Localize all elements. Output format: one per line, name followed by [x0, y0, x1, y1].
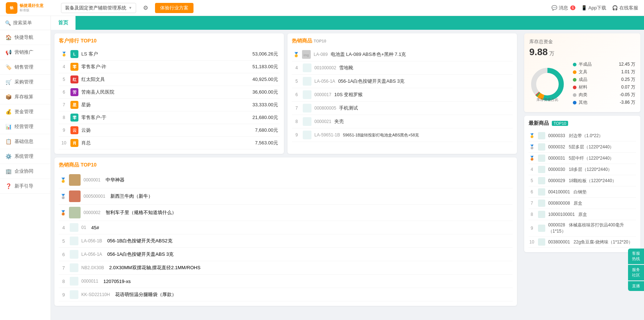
product-row: 9 KK-SD22110H 花语萌恒温分腿睡袋（厚款）	[59, 288, 513, 301]
product-thumb	[70, 277, 78, 286]
legend-dot	[573, 93, 576, 97]
product-image-thumb	[69, 174, 81, 186]
legend-dot	[573, 70, 576, 74]
product-code: KK-SD22110H	[81, 292, 110, 297]
sidebar-item-enterprise[interactable]: 🏢 企业协同	[0, 164, 50, 179]
hot-products-card: 热销商品 TOP10 🥇 0000001 中华神器 🥈	[54, 157, 517, 306]
message-button[interactable]: 💬 消息 6	[551, 5, 575, 11]
ranking-row: 4 零 零售客户-许 51,183.00元	[59, 61, 280, 73]
search-menu-button[interactable]: 🔍 搜索菜单	[0, 16, 50, 30]
sidebar-item-label: 基础信息	[15, 138, 33, 145]
sidebar-item-inventory[interactable]: 📦 库存核算	[0, 90, 50, 104]
legend-dot	[573, 63, 576, 66]
product-name: 056-1A白色按键开关盖ABS 3克	[107, 251, 174, 258]
product-name: 中华神器	[106, 177, 125, 183]
new-product-row: 8 10000100001 原盒	[529, 209, 636, 220]
svg-rect-2	[69, 174, 81, 186]
new-product-row: 7 000800008 原盒	[529, 198, 636, 209]
settings-button[interactable]: ⚙	[140, 3, 151, 13]
product-code: LA-056-1A	[314, 79, 335, 84]
float-customer-service-button[interactable]: 客服热线	[628, 249, 644, 264]
new-products-badge: TOP10	[552, 121, 568, 126]
sales-icon: 🏷️	[5, 64, 12, 70]
ranking-row: 9 云 云扬 7,680.00元	[59, 124, 280, 137]
new-product-row: 🥉 0000031 5层中纤（1220*2440）	[529, 153, 636, 164]
customer-ranking-title: 客户排行 TOP10	[59, 38, 280, 44]
sidebar-item-purchase[interactable]: 🛒 采购管理	[0, 75, 50, 90]
rank-num: 4	[60, 225, 67, 230]
hot-sales-title: 热销商品 TOP10	[292, 38, 513, 44]
stock-amount: 9.88	[529, 46, 548, 58]
logo-text-area: 畅捷通好生意 标准版	[20, 3, 44, 13]
trial-button[interactable]: 体验行业方案	[155, 3, 193, 13]
sidebar-item-label: 新手引导	[15, 183, 33, 189]
np-thumb	[538, 132, 545, 139]
sidebar-item-label: 经营管理	[15, 123, 33, 130]
product-code: 001000002	[314, 65, 336, 70]
rank-num: 10	[60, 140, 68, 145]
rank-num: 6	[60, 90, 68, 95]
sidebar-item-label: 企业协同	[15, 168, 33, 175]
customer-name: 云扬	[81, 127, 252, 134]
sidebar-item-system[interactable]: ⚙️ 系统管理	[0, 149, 50, 164]
sidebar-item-quick-nav[interactable]: 🏠 快捷导航	[0, 30, 50, 45]
right-panel: 库存总资金 9.88 万	[521, 30, 644, 320]
new-product-row: 4 0000030 18多层（1220*2440）	[529, 164, 636, 175]
sidebar-item-finance[interactable]: 💰 资金管理	[0, 104, 50, 119]
system-selector[interactable]: 装备及固定资产辅助管理系统 ▼	[61, 3, 136, 13]
float-service-community-button[interactable]: 服务社区	[628, 265, 644, 280]
rank-medal-silver: 🥈	[529, 144, 535, 149]
legend-item: 半成品 12.45 万	[573, 61, 635, 67]
product-image-thumb	[69, 190, 81, 202]
customer-name: 红太阳文具	[81, 76, 249, 83]
product-row: 8 0000021 夹壳	[292, 115, 513, 128]
ranking-row: 5 红 红太阳文具 40,925.00元	[59, 73, 280, 86]
legend-val: -0.05 万	[620, 92, 635, 98]
rank-num: 9	[60, 292, 67, 298]
customer-name: LS 客户	[81, 51, 249, 57]
customer-amount: 53,006.26元	[252, 51, 278, 57]
online-service-button[interactable]: 🎧 在线客服	[612, 5, 638, 11]
logo-sub: 标准版	[20, 8, 44, 13]
sidebar-item-basic[interactable]: 📋 基础信息	[0, 134, 50, 149]
stock-legend: 半成品 12.45 万 文具 1.01 万 成品 0	[573, 61, 635, 107]
new-product-row: 6 004100001 白钢垫	[529, 186, 636, 198]
new-products-title: 最新商品	[529, 120, 549, 127]
message-icon: 💬	[551, 5, 557, 11]
np-info: 10000100001 原盒	[548, 212, 636, 218]
sidebar-item-operation[interactable]: 📊 经营管理	[0, 119, 50, 134]
message-badge: 6	[570, 5, 575, 10]
rank-num: 7	[60, 102, 68, 107]
app-download-button[interactable]: 📱 App下载	[581, 5, 606, 11]
hot-products-title: 热销商品 TOP10	[59, 162, 513, 168]
legend-item: 文具 1.01 万	[573, 69, 635, 75]
np-info: 0000029 18颗粒板（1220*2440）	[548, 178, 636, 184]
product-thumb	[303, 131, 311, 139]
rank-num: 7	[60, 265, 67, 271]
sidebar-item-label: 快捷导航	[15, 34, 33, 41]
product-code: LA-59651-1B	[314, 132, 340, 138]
customer-ranking-table: 🥇 L LS 客户 53,006.26元 4 零 零售客户-许 51,183.0…	[59, 48, 280, 149]
float-live-button[interactable]: 直播	[628, 281, 644, 291]
product-code: 0000021	[314, 119, 331, 124]
product-row: 🥉 0000002 智利车子里（规格不知道填什么）	[59, 205, 513, 221]
np-info: 004100001 白钢垫	[548, 189, 636, 195]
sidebar-item-sales[interactable]: 🏷️ 销售管理	[0, 60, 50, 75]
content-area: 首页 客户排行 TOP10 🥇 L LS 客户	[51, 16, 644, 320]
search-menu-label: 搜索菜单	[13, 20, 32, 26]
rank-num: 8	[529, 212, 535, 217]
rank-num: 8	[60, 115, 68, 120]
rank-num: 5	[60, 238, 67, 244]
sidebar-item-label: 销售管理	[15, 64, 33, 70]
rank-num: 8	[293, 119, 300, 124]
sidebar-item-guide[interactable]: ❓ 新手引导	[0, 179, 50, 194]
product-name: 12070519-xs	[103, 279, 131, 284]
product-name: 10S 变相罗猴	[334, 91, 363, 98]
operation-icon: 📊	[5, 123, 12, 130]
rank-num: 7	[529, 201, 535, 206]
sidebar-item-marketing[interactable]: 📢 营销推广	[0, 45, 50, 60]
product-name: 手机测试	[339, 105, 358, 111]
np-info: 0000030 18多层（1220*2440）	[548, 167, 636, 173]
logo-text: 畅捷通好生意	[20, 3, 44, 8]
tab-home[interactable]: 首页	[51, 16, 76, 30]
